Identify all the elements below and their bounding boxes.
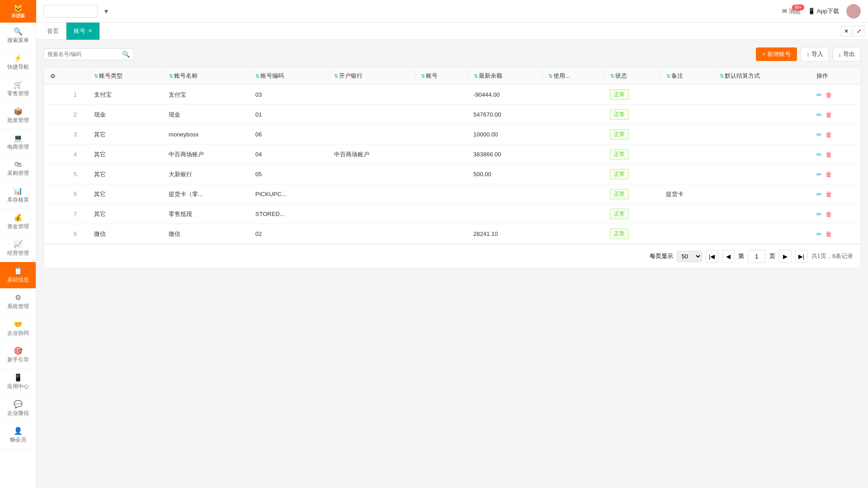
edit-button[interactable]: ✏ [816, 131, 822, 138]
row-status-cell: 正常 [604, 85, 660, 105]
page-next-button[interactable]: ▶ [779, 250, 792, 263]
row-default-settlement-cell [714, 224, 811, 244]
edit-button[interactable]: ✏ [816, 91, 822, 99]
delete-button[interactable]: 🗑 [826, 91, 832, 99]
row-status-cell: 正常 [604, 204, 660, 224]
page-last-button[interactable]: ▶| [795, 250, 808, 263]
sidebar-item-operations[interactable]: 📈 经营管理 [0, 235, 36, 262]
row-code-cell: STORED... [250, 204, 329, 224]
sidebar-item-shortcuts[interactable]: ⚡ 快捷导航 [0, 49, 36, 76]
tab-maximize-button[interactable]: ⤢ [854, 26, 864, 37]
sidebar-item-operations-label: 经营管理 [7, 250, 29, 256]
edit-button[interactable]: ✏ [816, 111, 822, 118]
header-dropdown-button[interactable]: ▼ [103, 8, 109, 15]
edit-button[interactable]: ✏ [816, 151, 822, 158]
sidebar-item-purchase[interactable]: 🛍 采购管理 [0, 156, 36, 182]
sidebar-item-appcenter[interactable]: 📱 应用中心 [0, 369, 36, 395]
user-avatar[interactable] [846, 4, 861, 19]
search-menu-icon: 🔍 [2, 27, 34, 36]
col-balance[interactable]: ⇅最新余额 [468, 67, 542, 85]
row-usage-cell [542, 164, 604, 184]
col-type[interactable]: ⇅账号类型 [89, 67, 163, 85]
sidebar-item-guide[interactable]: 🎯 新手引导 [0, 342, 36, 369]
row-bank-cell [329, 204, 415, 224]
ecommerce-icon: 💻 [2, 134, 34, 142]
row-select-cell [44, 204, 62, 224]
tab-account-close[interactable]: ✕ [88, 28, 92, 34]
delete-button[interactable]: 🗑 [826, 211, 832, 218]
sidebar-item-purchase-label: 采购管理 [7, 170, 29, 176]
page-first-button[interactable]: |◀ [706, 250, 718, 263]
col-settings[interactable]: ⚙ [44, 67, 62, 85]
tab-home-label: 首页 [47, 27, 59, 35]
col-name[interactable]: ⇅账号名称 [163, 67, 250, 85]
row-type-cell: 现金 [89, 105, 163, 125]
row-action-cell: ✏ 🗑 [811, 224, 860, 244]
row-bank-cell [329, 85, 415, 105]
tab-account[interactable]: 账号 ✕ [66, 23, 100, 40]
row-usage-cell [542, 145, 604, 164]
row-name-cell: 中百商场账户 [163, 145, 250, 164]
col-usage[interactable]: ⇅使用... [542, 67, 604, 85]
row-default-settlement-cell [714, 204, 811, 224]
import-button[interactable]: ↑ 导入 [801, 47, 829, 61]
col-remark[interactable]: ⇅备注 [660, 67, 714, 85]
tab-close-button[interactable]: ✕ [841, 26, 852, 37]
page-prev-button[interactable]: ◀ [722, 250, 735, 263]
tab-home[interactable]: 首页 [40, 23, 66, 40]
sidebar-item-ecommerce[interactable]: 💻 电商管理 [0, 129, 36, 156]
page-input[interactable] [748, 250, 766, 263]
total-info: 共1页，8条记录 [811, 252, 853, 260]
edit-button[interactable]: ✏ [816, 171, 822, 178]
row-num-cell: 8 [62, 224, 89, 244]
edit-button[interactable]: ✏ [816, 191, 822, 198]
sidebar-item-system[interactable]: ⚙ 系统管理 [0, 289, 36, 315]
edit-button[interactable]: ✏ [816, 230, 822, 238]
row-num-cell: 2 [62, 105, 89, 125]
search-input[interactable] [47, 51, 122, 57]
col-account[interactable]: ⇅账号 [415, 67, 468, 85]
sidebar-item-member[interactable]: 👤 畅会员 [0, 422, 36, 449]
col-action: 操作 [811, 67, 860, 85]
row-usage-cell [542, 125, 604, 145]
export-button[interactable]: ↓ 导出 [833, 47, 861, 61]
sidebar-item-search[interactable]: 🔍 搜索菜单 [0, 23, 36, 49]
row-type-cell: 微信 [89, 224, 163, 244]
col-code[interactable]: ⇅账号编码 [250, 67, 329, 85]
sidebar-item-retail[interactable]: 🛒 零售管理 [0, 76, 36, 103]
app-download-button[interactable]: 📱 App下载 [808, 7, 839, 15]
header-search-input[interactable] [43, 5, 98, 18]
page-size-select[interactable]: 50 100 [677, 251, 702, 262]
edit-button[interactable]: ✏ [816, 211, 822, 218]
wechat-icon: 💬 [2, 400, 34, 408]
basic-icon: 📋 [2, 267, 34, 275]
sidebar-item-wechat[interactable]: 💬 企业微信 [0, 395, 36, 422]
sidebar-item-wholesale[interactable]: 📦 批发管理 [0, 103, 36, 129]
wholesale-icon: 📦 [2, 107, 34, 116]
col-bank[interactable]: ⇅开户银行 [329, 67, 415, 85]
sidebar-item-basic-label: 基础信息 [7, 277, 29, 283]
table-row: 8 微信 微信 02 28241.10 正常 ✏ 🗑 [44, 224, 860, 244]
add-account-button[interactable]: + 新增账号 [756, 47, 797, 61]
col-code-label: 账号编码 [260, 72, 284, 80]
messages-button[interactable]: ✉ 消息 99+ [782, 7, 801, 15]
col-default-settlement[interactable]: ⇅默认结算方式 [714, 67, 811, 85]
row-account-cell [415, 105, 468, 125]
delete-button[interactable]: 🗑 [826, 111, 832, 118]
delete-button[interactable]: 🗑 [826, 191, 832, 198]
row-status-cell: 正常 [604, 105, 660, 125]
sidebar-item-enterprise[interactable]: 🤝 企业协同 [0, 315, 36, 342]
delete-button[interactable]: 🗑 [826, 151, 832, 158]
delete-button[interactable]: 🗑 [826, 131, 832, 138]
col-status[interactable]: ⇅状态 [604, 67, 660, 85]
row-name-cell: 提货卡（零... [163, 184, 250, 204]
delete-button[interactable]: 🗑 [826, 171, 832, 178]
sidebar-item-inventory[interactable]: 📊 库存核算 [0, 182, 36, 209]
delete-button[interactable]: 🗑 [826, 230, 832, 238]
search-container: 🔍 [43, 48, 134, 60]
row-action-cell: ✏ 🗑 [811, 125, 860, 145]
sidebar-item-capital[interactable]: 💰 资金管理 [0, 209, 36, 235]
capital-icon: 💰 [2, 213, 34, 222]
row-select-cell [44, 125, 62, 145]
sidebar-item-basic[interactable]: 📋 基础信息 [0, 262, 36, 289]
